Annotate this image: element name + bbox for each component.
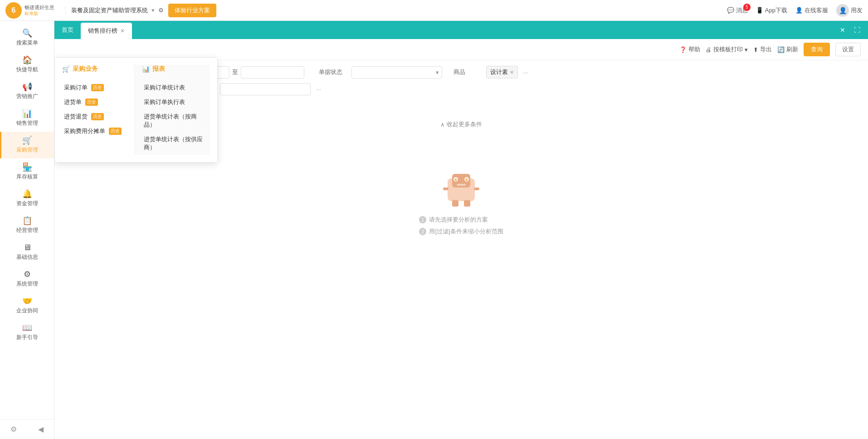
inventory-icon: 🏪 (22, 163, 32, 171)
settings-icon[interactable]: ⚙ (158, 7, 164, 14)
dropdown-item-inbound-return[interactable]: 进货退货 历史 (62, 109, 131, 124)
help-icon: ❓ (679, 46, 687, 53)
dropdown-purchase-title: 🛒 采购业务 (62, 65, 131, 75)
finance-icon: 🔔 (22, 190, 32, 198)
purchase-title-icon: 🛒 (62, 65, 70, 73)
status-label: 单据状态 (319, 68, 346, 76)
dropdown-item-order-exec[interactable]: 采购订单执行表 (142, 95, 210, 109)
salesman-input[interactable] (220, 83, 311, 95)
dropdown-item-inbound-stat-goods[interactable]: 进货单统计表（按商品） (142, 109, 210, 132)
sidebar-item-quick[interactable]: 🏠 快捷导航 (0, 51, 54, 78)
sidebar-collapse-btn[interactable]: ◀ (38, 425, 44, 434)
dropdown-item-purchase-expense[interactable]: 采购费用分摊单 历史 (62, 124, 131, 138)
sidebar-item-system[interactable]: ⚙ 系统管理 (0, 266, 54, 292)
dropdown-item-inbound[interactable]: 进货单 历史 (62, 95, 131, 109)
sidebar-item-inventory[interactable]: 🏪 库存核算 (0, 158, 54, 185)
empty-tip-2: 2 用[过滤]条件来缩小分析范围 (419, 227, 503, 236)
export-btn[interactable]: ⬆ 导出 (753, 45, 772, 54)
sidebar-item-basic[interactable]: 🖥 基础信息 (0, 239, 54, 266)
print-chevron-icon: ▾ (745, 46, 748, 53)
svg-rect-10 (464, 200, 470, 207)
dropdown-col-purchase: 🛒 采购业务 采购订单 历史 进货单 历史 进货退货 (62, 65, 131, 155)
purchase-icon: 🛒 (22, 136, 32, 144)
goods-more-btn[interactable]: ··· (523, 69, 528, 76)
notification-btn[interactable]: 💬 消息 5 (727, 6, 748, 15)
message-icon: 💬 (727, 7, 734, 14)
export-icon: ⬆ (753, 46, 758, 53)
query-btn[interactable]: 查询 (804, 43, 830, 56)
date-to-input[interactable]: 2024-12-31 (241, 66, 304, 79)
tab-close-icon[interactable]: ✕ (120, 28, 125, 34)
sidebar-item-search[interactable]: 🔍 搜索菜单 (0, 25, 54, 51)
empty-tips: 1 请先选择要分析的方案 2 用[过滤]条件来缩小分析范围 (419, 216, 503, 236)
sidebar-item-purchase[interactable]: 🛒 采购管理 (0, 132, 54, 158)
report-title-icon: 📊 (142, 65, 150, 73)
refresh-btn[interactable]: 🔄 刷新 (777, 45, 798, 54)
print-btn[interactable]: 🖨 按模板打印 ▾ (706, 45, 748, 54)
hist-badge: 历史 (91, 113, 104, 120)
svg-text:6: 6 (12, 6, 16, 14)
sidebar-item-marketing[interactable]: 📢 营销推广 (0, 78, 54, 105)
online-service-btn[interactable]: 👤 在线客服 (795, 6, 828, 15)
tabbar: 首页 销售排行榜 ✕ ✕ ⛶ (54, 21, 868, 39)
dropdown-columns: 🛒 采购业务 采购订单 历史 进货单 历史 进货退货 (62, 65, 210, 155)
sidebar-item-collab[interactable]: 🤝 企业协同 (0, 292, 54, 319)
settings-page-btn[interactable]: 设置 (835, 43, 861, 56)
dropdown-item-purchase-order[interactable]: 采购订单 历史 (62, 80, 131, 95)
user-menu[interactable]: 👤 用友 (836, 4, 863, 17)
dropdown-col-report: 📊 报表 采购订单统计表 采购订单执行表 进货单统计表（按商品） (134, 65, 210, 155)
status-dropdown-icon[interactable]: ▾ (436, 69, 439, 76)
tab-sales-rank[interactable]: 销售排行榜 ✕ (81, 23, 132, 39)
dropdown-item-inbound-stat-supplier[interactable]: 进货单统计表（按供应商） (142, 132, 210, 155)
system-icon: ⚙ (24, 270, 31, 278)
topbar: 6 畅捷通好生意 标准版 装餐及固定资产辅助管理系统 ▾ ⚙ 体验行业方案 💬 … (0, 0, 868, 21)
goods-label: 商品 (454, 68, 481, 76)
status-input[interactable] (351, 66, 442, 79)
tab-maximize-btn[interactable]: ⛶ (850, 23, 864, 37)
operation-icon: 📋 (22, 217, 32, 225)
sidebar-item-guide[interactable]: 📖 新手引导 (0, 319, 54, 346)
svg-rect-8 (474, 187, 479, 190)
sidebar-item-finance[interactable]: 🔔 资金管理 (0, 185, 54, 212)
logo-text: 畅捷通好生意 标准版 (24, 4, 54, 16)
hist-badge: 历史 (85, 99, 98, 106)
tabbar-controls: ✕ ⛶ (835, 23, 868, 37)
sidebar-item-operation[interactable]: 📋 经营管理 (0, 212, 54, 239)
user-avatar: 👤 (836, 4, 849, 17)
tab-home[interactable]: 首页 (54, 21, 81, 39)
tab-close-btn[interactable]: ✕ (835, 23, 850, 37)
collab-icon: 🤝 (22, 297, 32, 305)
app-icon: 📱 (756, 7, 763, 14)
guide-icon: 📖 (22, 324, 32, 332)
hist-badge: 历史 (91, 84, 104, 91)
empty-illustration (439, 165, 484, 210)
svg-rect-7 (443, 187, 449, 190)
content-area: ❓ 帮助 🖨 按模板打印 ▾ ⬆ 导出 🔄 刷新 (54, 39, 868, 439)
svg-point-11 (455, 179, 457, 181)
salesman-filter (220, 83, 311, 95)
goods-tag-close-icon[interactable]: ✕ (510, 69, 514, 75)
help-btn[interactable]: ❓ 帮助 (679, 45, 700, 54)
topbar-right: 💬 消息 5 📱 App下载 👤 在线客服 👤 用友 (727, 4, 863, 17)
sidebar-item-sales[interactable]: 📊 销售管理 (0, 105, 54, 132)
dropdown-item-order-stat[interactable]: 采购订单统计表 (142, 80, 210, 95)
sales-icon: 📊 (22, 109, 32, 118)
notification-badge: 5 (743, 4, 751, 11)
dropdown-report-title: 📊 报表 (142, 65, 210, 75)
system-title: 装餐及固定资产辅助管理系统 ▾ (71, 6, 155, 15)
marketing-icon: 📢 (22, 83, 32, 91)
main-content: 首页 销售排行榜 ✕ ✕ ⛶ ❓ 帮助 🖨 (54, 21, 868, 439)
industry-btn[interactable]: 体验行业方案 (168, 4, 216, 17)
home-icon: 🏠 (22, 56, 32, 64)
print-icon: 🖨 (706, 46, 712, 53)
sidebar-bottom: ⚙ ◀ (0, 419, 54, 439)
search-icon: 🔍 (22, 29, 32, 37)
salesman-more-btn[interactable]: ··· (316, 86, 321, 93)
sidebar-settings-btn[interactable]: ⚙ (10, 425, 17, 434)
purchase-dropdown-menu: 🛒 采购业务 采购订单 历史 进货单 历史 进货退货 (54, 57, 218, 163)
app-download-btn[interactable]: 📱 App下载 (756, 6, 787, 15)
system-chevron-icon[interactable]: ▾ (151, 7, 155, 14)
refresh-icon: 🔄 (777, 46, 785, 53)
main-layout: 🔍 搜索菜单 🏠 快捷导航 📢 营销推广 📊 销售管理 🛒 采购管理 🏪 库存核… (0, 21, 868, 439)
goods-filter-tag: 设计素 ✕ (486, 66, 518, 79)
